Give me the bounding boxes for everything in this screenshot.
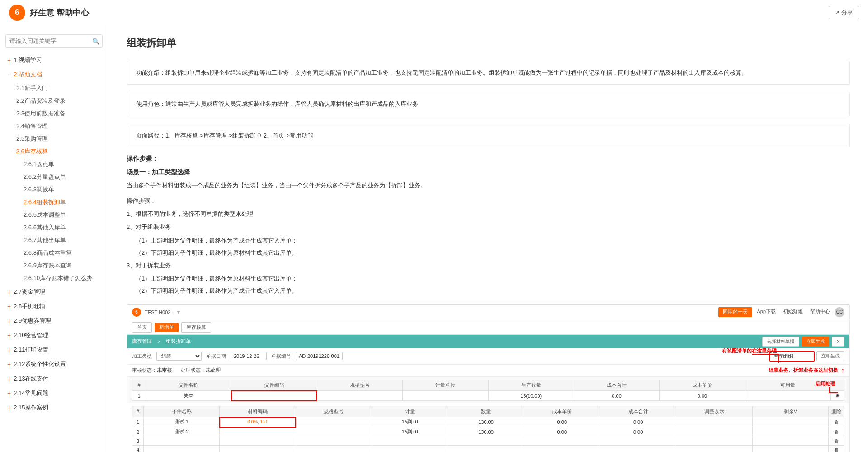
role-block: 使用角色：通常由生产人员或库管人员完成拆装业务的操作，库管人员确认原材料的出库和… (127, 92, 850, 116)
plus-icon-5: + (7, 332, 11, 339)
plus-icon-10: + (7, 404, 11, 411)
intro-text: 功能介绍：组装拆卸单用来处理企业组装或拆卸等加工业务，支持有固定装配清单的产品加… (136, 67, 840, 78)
sidebar-item-other-inbound[interactable]: 2.6.6其他入库单 (0, 221, 108, 234)
sidebar-item-partial-stocktake[interactable]: 2.6.2分量盘点单 (0, 171, 108, 183)
plus-icon-4: + (7, 317, 11, 324)
sidebar-item-cost-recalc[interactable]: 2.6.8商品成本重算 (0, 247, 108, 259)
sidebar-item-operation[interactable]: + 2.10经营管理 (0, 328, 108, 343)
mock-nav: 首页 新增单 库存核算 (127, 320, 849, 335)
sidebar-item-mobile[interactable]: + 2.8手机旺辅 (0, 299, 108, 314)
sidebar-item-case[interactable]: + 2.15操作案例 (0, 400, 108, 415)
page-title: 组装拆卸单 (127, 36, 850, 50)
step3-sub1: （1）上部明细为父件明细，最终作为原材料生成其它出库单； (127, 273, 850, 284)
mock-avatar: CC (835, 307, 844, 317)
steps-title: 操作步骤： (127, 155, 850, 163)
step2: 2、对于组装业务 (127, 222, 850, 232)
step2-sub1: （1）上部明细为父件明细，最终作为产成品生成其它入库单； (127, 235, 850, 246)
sidebar-item-other-outbound[interactable]: 2.6.7其他出库单 (0, 234, 108, 247)
sidebar-item-ledger-fix[interactable]: 2.6.10库存账本错了怎么办 (0, 272, 108, 285)
mock-topbar: 6 TEST-H002 ▼ 同期的一天 App下载 初始疑难 帮助中心 CC (127, 305, 849, 320)
search-box: 🔍 (0, 30, 108, 52)
annotation-bom: 有装配清单的在这里处理 (722, 347, 777, 354)
scene1-desc: 当由多个子件材料组装成一个成品的业务为【组装】业务，当由一个父件拆分成多个子产品… (127, 180, 850, 190)
plus-icon-9: + (7, 390, 11, 397)
mock-screenshot: 6 TEST-H002 ▼ 同期的一天 App下载 初始疑难 帮助中心 CC 首… (127, 304, 849, 452)
mock-close-btn[interactable]: × (832, 337, 844, 347)
step2-sub2: （2）下部明细为子件明细，最终作为原材料生成其它出库单。 (127, 247, 850, 258)
annotation-enable: 启用处理 (816, 381, 835, 387)
mock-help[interactable]: 帮助中心 (807, 307, 833, 317)
sidebar-item-stocktake[interactable]: 2.6.1盘点单 (0, 158, 108, 171)
sidebar-item-faq[interactable]: + 2.14常见问题 (0, 386, 108, 400)
mock-shop: TEST-H002 (145, 309, 170, 315)
step3-sub2: （2）下部明细为子件明细，最终作为产成品生成其它入库单。 (127, 285, 850, 296)
steps-section: 操作步骤： 场景一：加工类型选择 当由多个子件材料组装成一个成品的业务为【组装】… (127, 155, 850, 296)
sidebar-item-inventory[interactable]: − 2.6库存核算 (0, 145, 108, 158)
sidebar-item-personalize[interactable]: + 2.12系统个性化设置 (0, 357, 108, 371)
table-row: 4🗑 (132, 446, 844, 452)
mock-header-bar: 库存管理 ＞ 组装拆卸单 选择材料单据 立即生成 × (127, 335, 849, 348)
header: 6 好生意 帮助中心 ↗ 分享 (0, 0, 868, 25)
sidebar-item-transfer[interactable]: 2.6.3调拨单 (0, 183, 108, 196)
search-wrap: 🔍 (5, 34, 103, 48)
mock-top-buttons: 同期的一天 App下载 初始疑难 帮助中心 CC (718, 307, 844, 317)
mock-parent-table: # 父件名称 父件编码 规格型号 计量单位 生产数量 成本合计 成本单价 可用量 (132, 380, 844, 401)
intro-block: 功能介绍：组装拆卸单用来处理企业组装或拆卸等加工业务，支持有固定装配清单的产品加… (127, 61, 850, 85)
mock-tab-inventory[interactable]: 库存核算 (181, 322, 211, 333)
mock-type-select[interactable]: 组装 拆卸 (156, 352, 202, 361)
main-content: 组装拆卸单 功能介绍：组装拆卸单用来处理企业组装或拆卸等加工业务，支持有固定装配… (108, 25, 868, 452)
minus-icon-2: − (11, 148, 14, 155)
table-row: 1 测试 1 0.0%, 1+1 15到+0 130.00 0.00 0.00 (132, 417, 844, 427)
mock-app-download[interactable]: App下载 (754, 307, 778, 317)
plus-icon: + (7, 57, 11, 64)
mock-select-material-btn[interactable]: 选择材料单据 (762, 337, 799, 347)
search-button[interactable]: 🔍 (92, 38, 100, 44)
sidebar-item-finance[interactable]: + 2.7资金管理 (0, 285, 108, 299)
mock-settings[interactable]: 初始疑难 (780, 307, 806, 317)
sidebar-item-install[interactable]: 2.2产品安装及登录 (0, 95, 108, 107)
sidebar-item-coupon[interactable]: + 2.9优惠券管理 (0, 314, 108, 328)
mock-parent-table-section: # 父件名称 父件编码 规格型号 计量单位 生产数量 成本合计 成本单价 可用量 (127, 377, 849, 403)
sidebar-item-help-docs[interactable]: − 2.帮助文档 (0, 67, 108, 82)
sidebar-item-ledger-query[interactable]: 2.6.9库存账本查询 (0, 259, 108, 272)
role-text: 使用角色：通常由生产人员或库管人员完成拆装业务的操作，库管人员确认原材料的出库和… (136, 99, 840, 109)
sidebar-item-payment[interactable]: + 2.13在线支付 (0, 371, 108, 386)
header-right: ↗ 分享 (829, 6, 859, 19)
mock-child-table: # 子件名称 材料编码 规格型号 计量 数量 成本单价 成本合计 调整以示 剩余… (132, 406, 844, 452)
mock-status-row: 审核状态：未审核 处理状态：未处理 组装业务、拆卸业务在这里切换 ↑ (127, 365, 849, 377)
steps-label: 操作步骤： (127, 195, 850, 206)
sidebar: 🔍 + 1.视频学习 − 2.帮助文档 2.1新手入门 2.2产品安装及登录 2… (0, 25, 108, 452)
share-button[interactable]: ↗ 分享 (829, 6, 859, 19)
plus-icon-7: + (7, 361, 11, 368)
step1: 1、根据不同的业务，选择不同单据的类型来处理 (127, 209, 850, 219)
logo-icon: 6 (9, 5, 25, 21)
sidebar-item-purchase[interactable]: 2.5采购管理 (0, 133, 108, 145)
mock-form-section: 加工类型 组装 拆卸 单据日期 2019-12-26 单据编号 AD-20191… (127, 348, 849, 365)
table-row: 1 关本 15(10.00) 0.00 0.00 ⊕ (132, 391, 844, 401)
search-input[interactable] (5, 34, 103, 48)
sidebar-item-video-learning[interactable]: + 1.视频学习 (0, 53, 108, 67)
path-text: 页面路径：1、库存核算->库存管理->组装拆卸单 2、首页->常用功能 (136, 130, 840, 141)
nav-section: + 1.视频学习 − 2.帮助文档 2.1新手入门 2.2产品安装及登录 2.3… (0, 52, 108, 416)
sidebar-item-data-prep[interactable]: 2.3使用前数据准备 (0, 107, 108, 120)
sidebar-item-newbie[interactable]: 2.1新手入门 (0, 82, 108, 95)
logo-text: 好生意 帮助中心 (30, 7, 89, 18)
sidebar-item-cost-adjust[interactable]: 2.6.5成本调整单 (0, 209, 108, 221)
mock-save-btn[interactable]: 立即生成 (802, 337, 829, 347)
scene1-title: 场景一：加工类型选择 (127, 168, 850, 176)
mock-btn-today[interactable]: 同期的一天 (718, 307, 752, 317)
plus-icon-8: + (7, 375, 11, 382)
mock-tab-home[interactable]: 首页 (132, 322, 152, 333)
mock-tab-new[interactable]: 新增单 (155, 323, 179, 332)
path-block: 页面路径：1、库存核算->库存管理->组装拆卸单 2、首页->常用功能 (127, 124, 850, 147)
sidebar-item-sales[interactable]: 2.4销售管理 (0, 120, 108, 133)
plus-icon-2: + (7, 288, 11, 295)
table-row: 2 测试 2 15到+0 130.00 0.00 0.00 🗑 (132, 427, 844, 437)
annotation-assembly: 组装业务、拆卸业务在这里切换 (769, 367, 838, 374)
table-row: 3🗑 (132, 437, 844, 446)
mock-logo: 6 (132, 308, 141, 317)
sidebar-item-assembly[interactable]: 2.6.4组装拆卸单 (0, 196, 108, 209)
share-icon: ↗ (835, 9, 840, 16)
mock-choose-btn[interactable]: 立即生成 (816, 351, 844, 361)
sidebar-item-print[interactable]: + 2.11打印设置 (0, 343, 108, 357)
